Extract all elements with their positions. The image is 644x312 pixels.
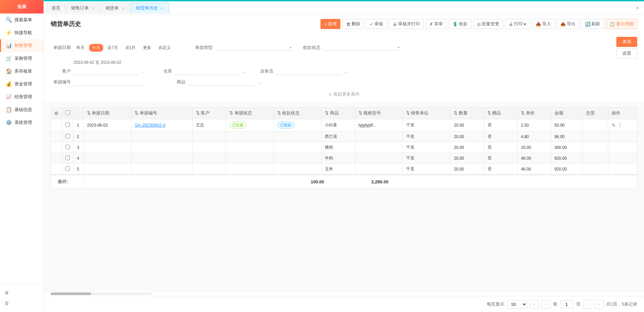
first-page-button[interactable]: « — [530, 300, 539, 309]
column-doc-status[interactable]: ⇅ 单据状态 — [226, 107, 274, 119]
collect-button[interactable]: 💲 收款 — [449, 19, 471, 29]
row-checkbox[interactable] — [65, 134, 70, 138]
row-checkbox[interactable] — [65, 156, 70, 160]
cell-doc-no[interactable]: SA-20230602-0 — [131, 119, 193, 131]
cell-actions[interactable] — [608, 153, 637, 164]
customer-ellipsis-btn[interactable]: ... — [142, 69, 145, 74]
next-page-button[interactable]: › — [583, 300, 592, 309]
cell-doc-no[interactable] — [131, 153, 193, 164]
sidebar-bottom-item-1[interactable]: ⚙ — [0, 288, 44, 298]
cell-actions[interactable] — [608, 164, 637, 175]
settings-gear-icon[interactable]: ⚙ — [54, 111, 58, 116]
page-size-select[interactable]: 20 50 100 — [507, 300, 527, 309]
column-qty[interactable]: ⇅ 数量 — [450, 107, 484, 119]
sort-icon: ⇅ — [135, 110, 138, 115]
column-unit[interactable]: ⇅ 销售单位 — [403, 107, 450, 119]
row-checkbox[interactable] — [65, 145, 70, 149]
column-price[interactable]: ⇅ 单价 — [517, 107, 551, 119]
warehouse-ellipsis-btn[interactable]: ... — [243, 69, 246, 74]
sidebar-item-search-menu[interactable]: 🔍 搜索菜单 — [0, 14, 44, 26]
filter-settings-button[interactable]: 设置 — [616, 48, 637, 58]
cell-doc-no[interactable] — [131, 142, 193, 153]
sidebar-item-sales-mgmt[interactable]: 📊 销售管理 — [0, 39, 44, 52]
customer-input[interactable] — [74, 68, 139, 75]
tab-home[interactable]: 首页 — [47, 3, 65, 14]
date-1month-btn[interactable]: 近1月 — [122, 44, 139, 52]
sidebar-item-finance-mgmt[interactable]: 💰 资金管理 — [0, 78, 44, 90]
cell-check[interactable] — [62, 153, 74, 164]
column-gift[interactable]: ⇅ 赠品 — [484, 107, 517, 119]
docno-input[interactable] — [74, 78, 145, 86]
tab-close-sales-goods[interactable]: × — [121, 6, 125, 10]
collapse-button[interactable]: ∧ 收起更多条件 — [51, 89, 637, 99]
cell-check[interactable] — [62, 164, 74, 175]
last-page-button[interactable]: » — [595, 300, 604, 309]
sidebar-item-quick-nav[interactable]: ⚡ 快捷导航 — [0, 26, 44, 39]
column-spec[interactable]: ⇅ 规格型号 — [355, 107, 402, 119]
dropdown-arrow-icon: ▾ — [524, 22, 526, 27]
audit-button[interactable]: ✓ 审核 — [366, 19, 387, 29]
goods-ellipsis-btn[interactable]: ... — [258, 80, 262, 84]
cell-doc-no[interactable] — [131, 164, 193, 175]
tab-label: 首页 — [52, 5, 60, 11]
refresh-button[interactable]: 🔄 刷新 — [581, 19, 604, 29]
column-doc-date[interactable]: ⇅ 单据日期 — [84, 107, 131, 119]
sidebar-item-operations-mgmt[interactable]: 📈 经营管理 — [0, 90, 44, 103]
column-gear[interactable]: ⚙ — [51, 107, 62, 119]
date-7days-btn[interactable]: 近7天 — [105, 44, 121, 52]
delete-button[interactable]: 🗑 删除 — [342, 19, 364, 29]
salesperson-input[interactable] — [276, 68, 341, 75]
batch-change-button[interactable]: ◎ 批量变更 — [473, 19, 503, 29]
more-icon[interactable]: ⋮ — [618, 123, 622, 128]
import-button[interactable]: 📥 导入 — [532, 19, 555, 29]
column-doc-no[interactable]: ⇅ 单据编号 — [131, 107, 193, 119]
tab-close-sales-history[interactable]: × — [160, 6, 164, 10]
salesperson-ellipsis-btn[interactable]: ... — [344, 69, 347, 74]
scrollbar-thumb[interactable] — [51, 292, 91, 295]
sidebar-item-inventory[interactable]: 🏠 库存核算 — [0, 65, 44, 78]
cell-actions[interactable] — [608, 131, 637, 142]
sidebar-item-purchase-mgmt[interactable]: 🛒 采购管理 — [0, 52, 44, 65]
cell-doc-no[interactable] — [131, 131, 193, 142]
edit-icon[interactable]: ✎ — [612, 123, 616, 128]
sidebar-bottom-item-2[interactable]: ☰ — [0, 298, 44, 309]
query-button[interactable]: 查询 — [616, 37, 637, 47]
warehouse-input[interactable] — [175, 68, 240, 75]
show-details-button[interactable]: 📋 显示明细 — [606, 19, 637, 29]
cell-check[interactable] — [62, 131, 74, 142]
column-customer[interactable]: ⇅ 客户 — [192, 107, 226, 119]
audit-print-button[interactable]: 🖨 审核并打印 — [389, 19, 424, 29]
page-number-input[interactable] — [560, 301, 573, 308]
cell-actions[interactable]: ✎⋮ — [608, 119, 637, 131]
date-today-btn[interactable]: 今天 — [89, 44, 103, 52]
cell-actions[interactable] — [608, 142, 637, 153]
column-goods[interactable]: ⇅ 商品 — [321, 107, 355, 119]
sidebar-item-basic-info[interactable]: 📋 基础信息 — [0, 103, 44, 116]
goods-input[interactable] — [188, 78, 256, 86]
select-all-checkbox[interactable] — [65, 110, 70, 115]
print-button[interactable]: 🖨 打印 ▾ — [505, 19, 530, 29]
cell-gear — [51, 119, 62, 131]
sidebar-item-system-mgmt[interactable]: ⚙️ 系统管理 — [0, 116, 44, 129]
prev-page-button[interactable]: ‹ — [541, 300, 550, 309]
tab-sales-history[interactable]: 销货单历史 × — [131, 3, 169, 14]
scrollbar-track[interactable] — [51, 292, 152, 295]
doctype-select[interactable]: ▾ — [215, 45, 293, 51]
tab-close-sales-order[interactable]: × — [91, 6, 95, 10]
date-custom-btn[interactable]: 自定义 — [156, 44, 174, 52]
doc-no-link[interactable]: SA-20230602-0 — [135, 123, 165, 128]
date-more-btn[interactable]: 更多 — [140, 44, 154, 52]
tab-sales-goods[interactable]: 销货单 × — [101, 3, 130, 14]
cell-check[interactable] — [62, 119, 74, 131]
date-yesterday-btn[interactable]: 昨天 — [74, 44, 88, 52]
row-checkbox[interactable] — [65, 123, 70, 127]
row-checkbox[interactable] — [65, 166, 70, 171]
tab-sales-order[interactable]: 销售订单 × — [66, 3, 100, 14]
add-button[interactable]: + 新增 — [320, 19, 340, 29]
export-button[interactable]: 📤 导出 — [557, 19, 579, 29]
column-payment-status[interactable]: ⇅ 收款状态 — [274, 107, 321, 119]
payment-status-select[interactable]: ▾ — [323, 45, 401, 51]
abandon-button[interactable]: ✗ 弃审 — [426, 19, 447, 29]
window-close-button[interactable]: × — [634, 4, 641, 12]
cell-check[interactable] — [62, 142, 74, 153]
